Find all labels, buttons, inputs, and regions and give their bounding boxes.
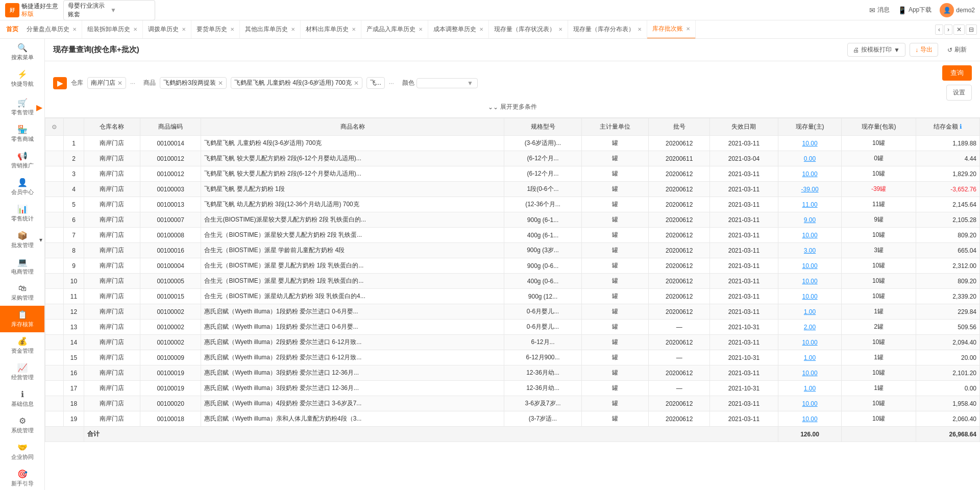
product-tag-2[interactable]: 飞鹤星飞帆 儿童奶粉 4段(3-6岁适用) 700克 ✕ bbox=[231, 77, 362, 89]
table-row: 10南岸门店00100005合生元（BIOSTIME）派星 婴儿配方奶粉 1段 … bbox=[45, 274, 980, 289]
top-bar: 好 畅捷通好生意 标版 母婴行业演示账套 ▼ ✉ 消息 📱 App下载 👤 de… bbox=[0, 0, 980, 20]
close-icon[interactable]: ✕ bbox=[686, 26, 690, 32]
message-icon: ✉ bbox=[869, 6, 875, 14]
color-dropdown-arrow: ▼ bbox=[467, 80, 473, 87]
tab-material-out[interactable]: 材料出库单历史✕ bbox=[301, 20, 361, 39]
close-icon[interactable]: ✕ bbox=[479, 27, 483, 32]
table-row: 5南岸门店00100013飞鹤星飞帆 幼儿配方奶粉 3段(12-36个月幼儿适用… bbox=[45, 197, 980, 212]
tab-menu-btn[interactable]: ⊟ bbox=[966, 24, 977, 35]
user-menu[interactable]: 👤 demo2 bbox=[940, 3, 975, 17]
sidebar-item-wholesale[interactable]: 📦 批发管理 ▾ bbox=[0, 227, 44, 253]
sidebar-item-operations[interactable]: 📈 经营管理 bbox=[0, 359, 44, 385]
retail-icon: 🛒 bbox=[17, 98, 28, 108]
tab-close-btn[interactable]: ✕ bbox=[953, 24, 965, 35]
remove-product1-icon[interactable]: ✕ bbox=[218, 80, 223, 87]
close-icon[interactable]: ✕ bbox=[182, 27, 186, 32]
sidebar-item-nav[interactable]: ⚡ 快捷导航 bbox=[0, 65, 44, 92]
sidebar-item-retail[interactable]: 🛒 零售管理 ▶ bbox=[0, 94, 44, 120]
remove-product2-icon[interactable]: ✕ bbox=[354, 80, 359, 87]
export-icon: ↓ bbox=[915, 46, 918, 54]
product-tag-1[interactable]: 飞鹤奶粉3段两提装 ✕ bbox=[160, 77, 227, 89]
page-actions: 🖨 按模板打印 ▼ ↓ 导出 ↺ 刷新 bbox=[847, 43, 972, 57]
sidebar-item-inventory[interactable]: 📋 库存核算 bbox=[0, 306, 44, 332]
sidebar-item-system[interactable]: ⚙ 系统管理 bbox=[0, 412, 44, 438]
message-button[interactable]: ✉ 消息 bbox=[869, 6, 890, 14]
warehouse-filter-label: 仓库 bbox=[71, 79, 83, 87]
chevron-down-icon: ▼ bbox=[110, 7, 151, 14]
info-icon: ℹ bbox=[960, 123, 962, 130]
tab-tiao-bo[interactable]: 调拨单历史✕ bbox=[143, 20, 191, 39]
tab-left-arrow[interactable]: ‹ bbox=[935, 24, 943, 35]
marketing-icon: 📢 bbox=[17, 151, 28, 161]
close-icon[interactable]: ✕ bbox=[419, 27, 423, 32]
close-icon[interactable]: ✕ bbox=[133, 27, 137, 32]
tab-right-arrow[interactable]: › bbox=[944, 24, 952, 35]
table-row: 4南岸门店00100003飞鹤星飞帆 婴儿配方奶粉 1段1段(0-6个...罐2… bbox=[45, 182, 980, 197]
export-button[interactable]: ↓ 导出 bbox=[910, 43, 938, 57]
tab-stock-batch[interactable]: 库存批次账✕ bbox=[647, 20, 696, 39]
table-row: 14南岸门店00100002惠氏启赋（Wyeth illuma）2段奶粉 爱尔兰… bbox=[45, 335, 980, 350]
operations-icon: 📈 bbox=[17, 363, 28, 373]
print-button[interactable]: 🖨 按模板打印 ▼ bbox=[847, 43, 905, 57]
filter-ellipsis[interactable]: ··· bbox=[130, 80, 135, 87]
footer-balance-total: 26,968.64 bbox=[916, 427, 980, 442]
tab-product-in[interactable]: 产成品入库单历史✕ bbox=[361, 20, 428, 39]
query-button[interactable]: 查询 bbox=[942, 65, 972, 81]
close-icon[interactable]: ✕ bbox=[72, 27, 77, 32]
expand-more-button[interactable]: ⌄⌄ 展开更多条件 bbox=[53, 101, 972, 113]
tab-home[interactable]: 首页 bbox=[3, 20, 21, 39]
sidebar-item-ecom[interactable]: 💻 电商管理 bbox=[0, 253, 44, 280]
tab-other-out[interactable]: 其他出库单历史✕ bbox=[240, 20, 301, 39]
tab-fen-pan[interactable]: 分量盘点单历史✕ bbox=[21, 20, 82, 39]
footer-label: 合计 bbox=[84, 427, 778, 442]
sidebar-item-search[interactable]: 🔍 搜索菜单 bbox=[0, 39, 44, 65]
close-icon[interactable]: ✕ bbox=[352, 27, 356, 32]
sidebar-item-marketing[interactable]: 📢 营销推广 bbox=[0, 147, 44, 174]
th-warehouse: 仓库名称 bbox=[84, 118, 140, 136]
close-icon[interactable]: ✕ bbox=[230, 27, 234, 32]
sidebar-item-collab[interactable]: 🤝 企业协同 bbox=[0, 438, 44, 465]
refresh-button[interactable]: ↺ 刷新 bbox=[942, 43, 972, 56]
close-icon[interactable]: ✕ bbox=[638, 27, 642, 32]
sidebar-item-finance[interactable]: 💰 资金管理 bbox=[0, 332, 44, 359]
th-unit: 主计量单位 bbox=[581, 118, 648, 136]
app-download-button[interactable]: 📱 App下载 bbox=[898, 6, 932, 14]
table-row: 12南岸门店00100002惠氏启赋（Wyeth illuma）1段奶粉 爱尔兰… bbox=[45, 304, 980, 320]
close-icon[interactable]: ✕ bbox=[291, 27, 295, 32]
sidebar-item-guide[interactable]: 🎯 新手引导 bbox=[0, 465, 44, 490]
th-qty-main: 现存量(主) bbox=[778, 118, 841, 136]
tab-stock-dist[interactable]: 现存量（库存分布表）✕ bbox=[568, 20, 647, 39]
th-name: 商品名称 bbox=[201, 118, 504, 136]
sidebar-item-shop[interactable]: 🏪 零售商城 bbox=[0, 120, 44, 147]
tab-cost-adjust[interactable]: 成本调整单历史✕ bbox=[428, 20, 489, 39]
table-row: 16南岸门店00100019惠氏启赋（Wyeth illuma）3段奶粉 爱尔兰… bbox=[45, 365, 980, 381]
ecom-icon: 💻 bbox=[17, 257, 28, 267]
sidebar-item-retail-stats[interactable]: 📊 零售统计 bbox=[0, 200, 44, 227]
settings-button[interactable]: 设置 bbox=[946, 85, 972, 101]
table-row: 7南岸门店00100008合生元（BIOSTIME）派星较大婴儿配方奶粉 2段 … bbox=[45, 228, 980, 243]
th-settings[interactable]: ⚙ bbox=[45, 118, 64, 136]
sidebar-item-purchase[interactable]: 🛍 采购管理 bbox=[0, 280, 44, 306]
tab-zu-zhuang[interactable]: 组装拆卸单历史✕ bbox=[82, 20, 143, 39]
sidebar-item-member[interactable]: 👤 会员中心 bbox=[0, 174, 44, 200]
sidebar-item-basic-info[interactable]: ℹ 基础信息 bbox=[0, 385, 44, 412]
collab-icon: 🤝 bbox=[17, 443, 28, 452]
chevron-down-icon: ▼ bbox=[894, 46, 900, 54]
tab-yao-huo[interactable]: 要货单历史✕ bbox=[191, 20, 240, 39]
product-filter-ellipsis[interactable]: ··· bbox=[389, 80, 394, 87]
logo-icon: 好 bbox=[5, 3, 19, 17]
wholesale-icon: 📦 bbox=[17, 231, 28, 240]
table-row: 9南岸门店00100004合生元（BIOSTIME）派星 婴儿配方奶粉 1段 乳… bbox=[45, 258, 980, 274]
remove-warehouse-icon[interactable]: ✕ bbox=[117, 80, 122, 87]
warehouse-filter-tag[interactable]: 南岸门店 ✕ bbox=[87, 77, 126, 89]
close-icon[interactable]: ✕ bbox=[558, 27, 562, 32]
tab-stock-status[interactable]: 现存量（库存状况表）✕ bbox=[489, 20, 568, 39]
product-tag-more[interactable]: 飞... bbox=[366, 77, 385, 89]
settings-icon[interactable]: ⚙ bbox=[52, 124, 57, 131]
filter-toggle-button[interactable]: ▶ bbox=[53, 77, 67, 89]
dropdown-icon: ▾ bbox=[39, 236, 42, 243]
color-dropdown[interactable]: ▼ bbox=[416, 78, 478, 88]
purchase-icon: 🛍 bbox=[18, 284, 27, 293]
company-selector[interactable]: 母婴行业演示账套 ▼ bbox=[63, 0, 155, 20]
table-row: 3南岸门店00100012飞鹤星飞帆 较大婴儿配方奶粉 2段(6-12个月婴幼儿… bbox=[45, 166, 980, 182]
